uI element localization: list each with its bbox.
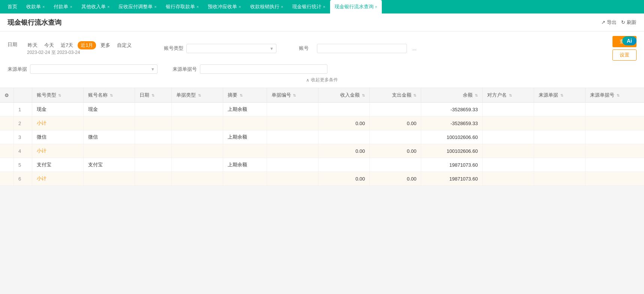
sort-counterparty-icon: ⇅ [509, 93, 512, 97]
header-actions: ↗ 导出 ↻ 刷新 [601, 19, 636, 26]
sort-date-icon: ⇅ [152, 93, 155, 97]
nav-home[interactable]: 首页 [3, 0, 22, 13]
sort-doc-type-icon: ⇅ [198, 93, 201, 97]
nav-bank-flow[interactable]: 现金银行流水查询 × [330, 0, 382, 13]
nav-adjustment[interactable]: 应收应付调整单 × [114, 0, 161, 13]
table-row: 6小计0.000.0019871073.60 [0, 172, 644, 186]
sort-account-name-icon: ⇅ [110, 93, 113, 97]
filter-row-1: 日期 昨天 今天 近7天 近1月 更多 自定义 2023-02-24 至 202… [8, 36, 636, 61]
col-expense[interactable]: 支出金额 ⇅ [370, 88, 421, 103]
col-balance[interactable]: 余额 ⇅ [421, 88, 483, 103]
date-range-display: 2023-02-24 至 2023-03-24 [27, 49, 134, 56]
sort-doc-num-icon: ⇅ [293, 93, 296, 97]
nav-bank-deposit[interactable]: 银行存取款单 × [161, 0, 203, 13]
sort-summary-icon: ⇅ [240, 93, 243, 97]
date-yesterday[interactable]: 昨天 [26, 41, 40, 49]
date-more[interactable]: 更多 [98, 41, 113, 49]
nav-close-payment[interactable]: × [70, 4, 72, 9]
date-today[interactable]: 今天 [42, 41, 56, 49]
account-input[interactable] [317, 44, 407, 53]
nav-receipt[interactable]: 收款单 × [22, 0, 49, 13]
account-more-btn[interactable]: ... [410, 45, 419, 52]
sort-source-doc-icon: ⇅ [560, 93, 563, 97]
sort-balance-icon: ⇅ [475, 93, 478, 97]
account-label: 账号 [299, 45, 314, 52]
col-summary[interactable]: 摘要 ⇅ [223, 88, 267, 103]
nav-payment[interactable]: 付款单 × [49, 0, 77, 13]
nav-close-bank-deposit[interactable]: × [197, 4, 199, 9]
nav-close-bank-stat[interactable]: × [323, 4, 325, 9]
collapse-icon: ∧ [306, 78, 309, 83]
col-account-type[interactable]: 账号类型 ⇅ [32, 88, 83, 103]
nav-close-verify[interactable]: × [281, 4, 283, 9]
col-doc-num[interactable]: 单据编号 ⇅ [267, 88, 318, 103]
date-options: 昨天 今天 近7天 近1月 更多 自定义 [26, 41, 134, 49]
table-row: 4小计0.000.00100102606.60 [0, 144, 644, 158]
account-type-dropdown-icon: ▾ [270, 46, 273, 51]
table-row: 2小计0.000.00-3528659.33 [0, 116, 644, 130]
source-doc-num-input[interactable] [200, 64, 327, 74]
table-row: 1现金现金上期余额-3528659.33 [0, 103, 644, 116]
page-title: 现金银行流水查询 [8, 18, 62, 27]
nav-close-receipt[interactable]: × [42, 4, 45, 9]
col-source-doc[interactable]: 来源单据 ⇅ [534, 88, 585, 103]
table-row: 5支付宝支付宝上期余额19871073.60 [0, 158, 644, 172]
col-date[interactable]: 日期 ⇅ [135, 88, 172, 103]
col-income[interactable]: 收入金额 ⇅ [318, 88, 369, 103]
filter-area: 日期 昨天 今天 近7天 近1月 更多 自定义 2023-02-24 至 202… [0, 31, 644, 88]
account-type-label: 账号类型 [164, 45, 183, 52]
top-nav: 首页 收款单 × 付款单 × 其他收入单 × 应收应付调整单 × 银行存取款单 … [0, 0, 644, 13]
col-gear[interactable]: ⚙ [0, 88, 14, 103]
nav-close-prepay[interactable]: × [239, 4, 241, 9]
refresh-button[interactable]: ↻ 刷新 [621, 19, 636, 26]
nav-close-bank-flow[interactable]: × [375, 4, 377, 9]
export-button[interactable]: ↗ 导出 [601, 19, 617, 26]
source-doc-dropdown-icon: ▾ [152, 66, 154, 72]
date-1month[interactable]: 近1月 [78, 41, 96, 49]
sort-source-doc-num-icon: ⇅ [617, 93, 620, 97]
source-doc-select[interactable]: ▾ [30, 64, 158, 74]
date-filter-label: 日期 [8, 41, 23, 48]
col-counterparty[interactable]: 对方户名 ⇅ [482, 88, 534, 103]
date-custom[interactable]: 自定义 [115, 41, 134, 49]
nav-other-income[interactable]: 其他收入单 × [77, 0, 114, 13]
nav-close-other-income[interactable]: × [107, 4, 110, 9]
account-type-select[interactable]: ▾ [186, 44, 276, 53]
source-doc-label: 来源单据 [8, 66, 27, 73]
table-header-row: ⚙ 账号类型 ⇅ 账号名称 ⇅ 日期 ⇅ 单据类型 ⇅ [0, 88, 644, 103]
nav-verify[interactable]: 收款核销执行 × [246, 0, 288, 13]
table-row: 3微信微信上期余额100102606.60 [0, 130, 644, 144]
source-doc-num-label: 来源单据号 [173, 66, 197, 73]
sort-account-type-icon: ⇅ [58, 93, 61, 97]
ai-badge[interactable]: Ai [622, 36, 636, 45]
data-table: ⚙ 账号类型 ⇅ 账号名称 ⇅ 日期 ⇅ 单据类型 ⇅ [0, 88, 644, 186]
nav-close-adjustment[interactable]: × [154, 4, 156, 9]
col-account-name[interactable]: 账号名称 ⇅ [83, 88, 135, 103]
col-index [14, 88, 32, 103]
refresh-icon: ↻ [621, 19, 625, 25]
sort-income-icon: ⇅ [362, 93, 365, 97]
settings-button[interactable]: 设置 [612, 49, 636, 61]
filter-row-2: 来源单据 ▾ 来源单据号 [8, 64, 636, 74]
col-doc-type[interactable]: 单据类型 ⇅ [171, 88, 223, 103]
header-bar: 现金银行流水查询 ↗ 导出 ↻ 刷新 [0, 13, 644, 31]
nav-prepay[interactable]: 预收冲应收单 × [203, 0, 245, 13]
sort-expense-icon: ⇅ [413, 93, 416, 97]
table-wrapper: ⚙ 账号类型 ⇅ 账号名称 ⇅ 日期 ⇅ 单据类型 ⇅ [0, 88, 644, 186]
table-body: 1现金现金上期余额-3528659.332小计0.000.00-3528659.… [0, 103, 644, 186]
collapse-bar[interactable]: ∧ 收起更多条件 [8, 75, 636, 83]
date-7days[interactable]: 近7天 [59, 41, 75, 49]
nav-bank-stat[interactable]: 现金银行统计 × [288, 0, 330, 13]
export-icon: ↗ [601, 19, 605, 25]
col-source-doc-num[interactable]: 来源单据号 ⇅ [585, 88, 644, 103]
